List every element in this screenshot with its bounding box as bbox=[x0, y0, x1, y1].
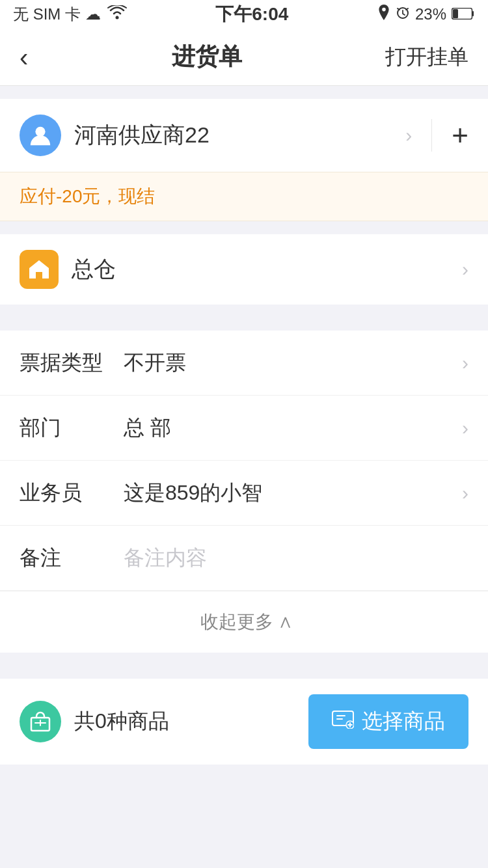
sim-label: 无 SIM 卡 ☁ bbox=[13, 4, 101, 25]
warehouse-card: 总仓 › bbox=[0, 234, 488, 305]
location-icon bbox=[377, 5, 390, 24]
gray-background bbox=[0, 765, 488, 868]
salesperson-row[interactable]: 业务员 这是859的小智 › bbox=[0, 461, 488, 526]
salesperson-label: 业务员 bbox=[20, 479, 111, 508]
invoice-chevron-icon: › bbox=[462, 352, 468, 374]
form-section: 票据类型 不开票 › 部门 总 部 › 业务员 这是859的小智 › 备注 备注… bbox=[0, 331, 488, 653]
section-gap-3 bbox=[0, 305, 488, 318]
department-label: 部门 bbox=[20, 414, 111, 442]
department-value: 总 部 bbox=[111, 414, 462, 442]
warehouse-chevron-icon: › bbox=[462, 258, 468, 280]
collapse-button[interactable]: 收起更多 ∧ bbox=[0, 591, 488, 653]
invoice-label: 票据类型 bbox=[20, 349, 111, 377]
battery-icon bbox=[452, 5, 475, 23]
supplier-name: 河南供应商22 bbox=[74, 120, 405, 150]
bottom-product-bar: 共0种商品 选择商品 bbox=[0, 679, 488, 765]
alarm-icon bbox=[396, 5, 410, 23]
supplier-row[interactable]: 河南供应商22 › + bbox=[0, 99, 488, 172]
svg-point-0 bbox=[115, 16, 118, 20]
svg-rect-3 bbox=[453, 9, 458, 18]
navigation-bar: ‹ 进货单 打开挂单 bbox=[0, 29, 488, 86]
status-right: 23% bbox=[377, 5, 475, 24]
select-product-label: 选择商品 bbox=[362, 707, 445, 736]
department-row[interactable]: 部门 总 部 › bbox=[0, 396, 488, 461]
remark-input[interactable]: 备注内容 bbox=[111, 544, 468, 573]
shopping-bag-icon bbox=[29, 710, 52, 733]
battery-label: 23% bbox=[415, 5, 446, 23]
invoice-row[interactable]: 票据类型 不开票 › bbox=[0, 331, 488, 396]
warehouse-icon-container bbox=[20, 250, 59, 289]
warehouse-row[interactable]: 总仓 › bbox=[0, 234, 488, 305]
salesperson-chevron-icon: › bbox=[462, 482, 468, 504]
notice-text: 应付-20元，现结 bbox=[20, 186, 155, 206]
select-product-button[interactable]: 选择商品 bbox=[308, 694, 468, 749]
section-gap-2 bbox=[0, 221, 488, 234]
invoice-value: 不开票 bbox=[111, 349, 462, 377]
wifi-icon bbox=[107, 5, 127, 23]
content-area: 河南供应商22 › + 应付-20元，现结 总仓 › 票据类型 bbox=[0, 86, 488, 868]
person-icon bbox=[28, 123, 53, 148]
add-supplier-button[interactable]: + bbox=[452, 121, 468, 150]
notice-bar: 应付-20元，现结 bbox=[0, 172, 488, 221]
status-left: 无 SIM 卡 ☁ bbox=[13, 4, 127, 25]
nav-title: 进货单 bbox=[172, 41, 242, 73]
remark-row[interactable]: 备注 备注内容 bbox=[0, 526, 488, 591]
remark-label: 备注 bbox=[20, 544, 111, 573]
section-gap-4 bbox=[0, 653, 488, 666]
product-count-text: 共0种商品 bbox=[74, 707, 308, 736]
product-icon-container bbox=[20, 701, 61, 742]
svg-point-4 bbox=[35, 127, 45, 137]
collapse-label: 收起更多 ∧ bbox=[200, 610, 293, 634]
department-chevron-icon: › bbox=[462, 417, 468, 439]
warehouse-name: 总仓 bbox=[72, 254, 462, 284]
vertical-divider bbox=[431, 119, 432, 152]
supplier-card: 河南供应商22 › + 应付-20元，现结 bbox=[0, 99, 488, 221]
salesperson-value: 这是859的小智 bbox=[111, 479, 462, 508]
back-button[interactable]: ‹ bbox=[20, 44, 28, 70]
open-pending-button[interactable]: 打开挂单 bbox=[385, 43, 468, 72]
select-product-icon bbox=[332, 710, 354, 734]
section-gap-1 bbox=[0, 86, 488, 99]
supplier-chevron-icon: › bbox=[405, 124, 412, 146]
status-time: 下午6:04 bbox=[215, 2, 288, 27]
status-bar: 无 SIM 卡 ☁ 下午6:04 23% bbox=[0, 0, 488, 29]
supplier-actions: › + bbox=[405, 119, 468, 152]
supplier-avatar bbox=[20, 115, 61, 156]
house-icon bbox=[27, 258, 51, 281]
